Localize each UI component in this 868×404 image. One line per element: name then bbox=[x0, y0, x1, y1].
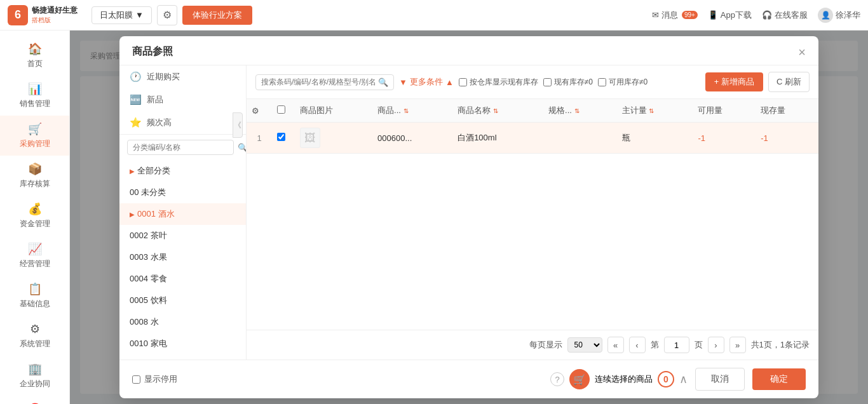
page-label-suffix: 页 bbox=[695, 339, 703, 351]
online-service-button[interactable]: 🎧 在线客服 bbox=[762, 10, 808, 21]
left-panel: 🕐 近期购买 🆕 新品 ⭐ 频次高 bbox=[119, 65, 247, 360]
sidebar-label-sales: 销售管理 bbox=[20, 98, 50, 109]
show-disabled-checkbox[interactable]: 显示停用 bbox=[132, 374, 177, 385]
sidebar-label-system: 系统管理 bbox=[20, 339, 50, 349]
finance-icon: 💰 bbox=[28, 202, 42, 216]
clock-icon: 🕐 bbox=[130, 71, 142, 83]
per-page-select[interactable]: 50 100 200 bbox=[567, 337, 602, 353]
arrow-icon-1: ▶ bbox=[130, 211, 135, 218]
classify-item-4[interactable]: 0004 零食 bbox=[119, 268, 246, 290]
purchase-icon: 🛒 bbox=[28, 122, 42, 136]
confirm-button[interactable]: 确定 bbox=[752, 368, 806, 390]
classify-item-2[interactable]: 0002 茶叶 bbox=[119, 225, 246, 246]
arrow-icon-all: ▶ bbox=[130, 168, 135, 175]
column-settings-icon[interactable]: ⚙ bbox=[252, 106, 259, 116]
tab-high-frequency[interactable]: ⭐ 频次高 bbox=[119, 111, 246, 134]
col-code[interactable]: 商品... ⇅ bbox=[372, 99, 452, 123]
first-page-button[interactable]: « bbox=[607, 337, 624, 353]
home-icon: 🏠 bbox=[28, 42, 42, 56]
classify-item-7[interactable]: 0010 家电 bbox=[119, 333, 246, 354]
col-unit[interactable]: 主计量 ⇅ bbox=[617, 99, 693, 123]
select-all-checkbox[interactable] bbox=[277, 105, 285, 114]
panel-collapse-button[interactable]: 《 bbox=[233, 112, 243, 138]
classify-item-6[interactable]: 0008 水 bbox=[119, 311, 246, 333]
trial-button[interactable]: 体验行业方案 bbox=[182, 6, 252, 25]
row-checkbox[interactable] bbox=[272, 123, 295, 154]
available-stock-checkbox[interactable]: 可用库存≠0 bbox=[598, 77, 648, 88]
modal-footer: 显示停用 ? 🛒 连续选择的商品 0 ∧ 取消 确定 bbox=[119, 360, 818, 398]
sort-arrows-code: ⇅ bbox=[403, 107, 409, 114]
table-row[interactable]: 1 🖼 000600... 白酒100ml 瓶 -1 -1 bbox=[247, 123, 818, 154]
modal-overlay: 商品参照 × 🕐 近期购买 🆕 bbox=[70, 30, 868, 404]
phone-icon: 📱 bbox=[708, 10, 718, 20]
close-icon[interactable]: × bbox=[798, 46, 806, 58]
modal-body: 🕐 近期购买 🆕 新品 ⭐ 频次高 bbox=[119, 65, 818, 360]
settings-gear-button[interactable]: ⚙ bbox=[157, 5, 177, 25]
warehouse-display-checkbox[interactable]: 按仓库显示现有库存 bbox=[459, 77, 538, 88]
tab-recent-purchase[interactable]: 🕐 近期购买 bbox=[119, 65, 246, 88]
search-icon[interactable]: 🔍 bbox=[238, 143, 247, 152]
inventory-icon: 📦 bbox=[28, 162, 42, 176]
classify-search-area: 🔍 bbox=[119, 135, 246, 160]
user-menu-button[interactable]: 👤 徐泽华 bbox=[818, 8, 860, 23]
row-name: 白酒100ml bbox=[452, 123, 543, 154]
classify-search-input[interactable] bbox=[127, 140, 234, 155]
col-spec[interactable]: 规格... ⇅ bbox=[543, 99, 617, 123]
classify-item-5[interactable]: 0005 饮料 bbox=[119, 290, 246, 311]
sidebar-item-home[interactable]: 🏠 首页 bbox=[0, 36, 69, 76]
prev-page-button[interactable]: ‹ bbox=[629, 337, 646, 353]
sort-arrows-unit: ⇅ bbox=[649, 107, 654, 114]
sidebar-item-basic-info[interactable]: 📋 基础信息 bbox=[0, 276, 69, 316]
sidebar-label-home: 首页 bbox=[27, 58, 43, 69]
row-spec bbox=[543, 123, 617, 154]
sidebar-item-enterprise[interactable]: 🏢 企业协同 bbox=[0, 356, 69, 396]
sidebar-label-basic-info: 基础信息 bbox=[20, 299, 50, 309]
chevron-up-icon[interactable]: ∧ bbox=[679, 372, 688, 386]
sidebar-item-sales[interactable]: 📊 销售管理 bbox=[0, 76, 69, 116]
left-tabs: 🕐 近期购买 🆕 新品 ⭐ 频次高 bbox=[119, 65, 246, 135]
nav-right: ✉ 消息 99+ 📱 App下载 🎧 在线客服 👤 徐泽华 bbox=[652, 8, 860, 23]
sidebar-item-system[interactable]: ⚙ 系统管理 bbox=[0, 316, 69, 356]
product-table-body: 1 🖼 000600... 白酒100ml 瓶 -1 -1 bbox=[247, 123, 818, 154]
sort-arrows-name: ⇅ bbox=[493, 107, 498, 114]
sidebar-item-operations[interactable]: 📈 经营管理 bbox=[0, 236, 69, 276]
row-image: 🖼 bbox=[295, 123, 372, 154]
cancel-button[interactable]: 取消 bbox=[695, 368, 745, 391]
sidebar-label-inventory: 库存核算 bbox=[20, 178, 50, 189]
classify-item-3[interactable]: 0003 水果 bbox=[119, 246, 246, 268]
help-button[interactable]: ? bbox=[550, 372, 564, 386]
col-name[interactable]: 商品名称 ⇅ bbox=[452, 99, 543, 123]
avatar: 👤 bbox=[818, 8, 833, 23]
add-product-button[interactable]: + 新增商品 bbox=[705, 72, 763, 91]
next-page-button[interactable]: › bbox=[708, 337, 724, 353]
company-selector[interactable]: 日太阳膜 ▼ bbox=[92, 6, 152, 24]
messages-button[interactable]: ✉ 消息 99+ bbox=[652, 10, 698, 21]
search-icon[interactable]: 🔍 bbox=[378, 77, 388, 87]
classify-item-1[interactable]: ▶ 0001 酒水 bbox=[119, 203, 246, 225]
existing-stock-checkbox[interactable]: 现有库存≠0 bbox=[543, 77, 593, 88]
last-page-button[interactable]: » bbox=[729, 337, 746, 353]
classify-item-0[interactable]: 00 未分类 bbox=[119, 182, 246, 203]
toolbar: 🔍 ▼ 更多条件 ▲ 按仓库显示现有库存 bbox=[247, 65, 818, 99]
sidebar-item-finance[interactable]: 💰 资金管理 bbox=[0, 196, 69, 236]
table-header-row: ⚙ 商品图片 商品... ⇅ bbox=[247, 99, 818, 123]
col-checkbox bbox=[272, 99, 295, 123]
enterprise-icon: 🏢 bbox=[28, 362, 42, 376]
content-area: 采购管理 商品参照 × 🕐 bbox=[70, 30, 868, 404]
cart-icon: 🛒 bbox=[573, 374, 586, 386]
sidebar-item-purchase[interactable]: 🛒 采购管理 bbox=[0, 116, 69, 156]
sidebar-item-inventory[interactable]: 📦 库存核算 bbox=[0, 156, 69, 196]
cart-button[interactable]: 🛒 bbox=[569, 369, 590, 389]
page-number-input[interactable] bbox=[664, 337, 689, 353]
refresh-button[interactable]: C 刷新 bbox=[768, 72, 810, 92]
search-input[interactable] bbox=[261, 77, 376, 86]
app-download-button[interactable]: 📱 App下载 bbox=[708, 10, 752, 21]
cart-count-badge: 0 bbox=[658, 371, 674, 387]
sales-icon: 📊 bbox=[28, 82, 42, 96]
sidebar-item-guide[interactable]: 🎯 新手引导 bbox=[0, 396, 69, 404]
tab-new-products[interactable]: 🆕 新品 bbox=[119, 88, 246, 111]
classify-item-all[interactable]: ▶ 全部分类 bbox=[119, 160, 246, 182]
more-filter-button[interactable]: ▼ 更多条件 ▲ bbox=[399, 76, 454, 88]
chevron-down-icon: ▼ bbox=[135, 10, 144, 20]
sort-arrows-spec: ⇅ bbox=[574, 107, 580, 114]
